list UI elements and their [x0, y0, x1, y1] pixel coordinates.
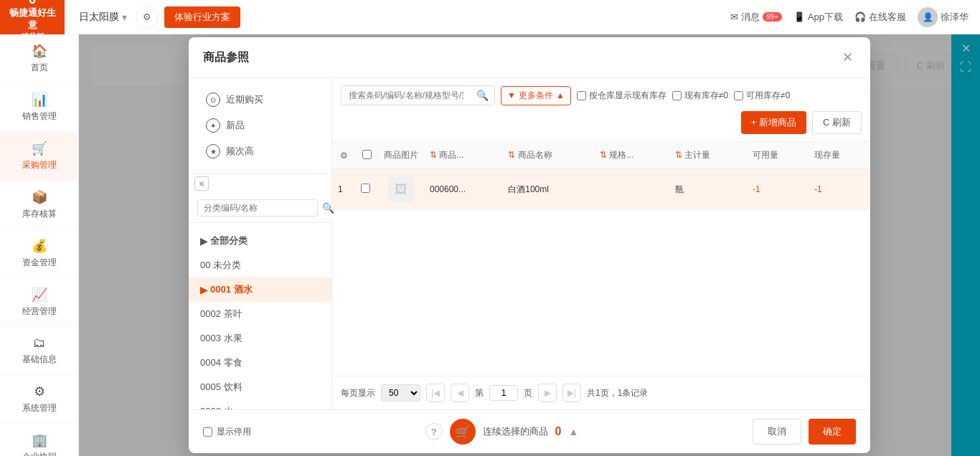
- page-next-button[interactable]: ▶: [538, 384, 557, 402]
- sidebar-item-inventory[interactable]: 📦 库存核算: [0, 181, 78, 229]
- high-freq-icon: ★: [206, 144, 220, 158]
- main-layout: 🏠 首页 📊 销售管理 🛒 采购管理 📦 库存核算 💰 资金管理 📈 经营管理 …: [0, 34, 980, 456]
- store-dropdown[interactable]: 日太阳膜 ▾: [79, 11, 127, 24]
- sidebar-item-basic-info[interactable]: 🗂 基础信息: [0, 327, 78, 375]
- product-table-wrap: ⚙ 商品图片 ⇅ 商品...: [332, 142, 870, 376]
- sidebar-item-system-label: 系统管理: [22, 402, 57, 414]
- show-disabled-checkbox[interactable]: 显示停用: [203, 426, 251, 438]
- message-icon: ✉: [730, 11, 738, 22]
- show-disabled-input[interactable]: [203, 427, 212, 437]
- collapse-panel-button[interactable]: «: [194, 176, 209, 191]
- cat-all-label: 全部分类: [210, 234, 248, 247]
- sidebar-item-home[interactable]: 🏠 首页: [0, 34, 78, 83]
- operations-icon: 📈: [32, 287, 47, 303]
- quick-recent-buy[interactable]: ⊙ 近期购买: [197, 87, 323, 113]
- right-panel: 🔍 ▼ 更多条件 ▲ 按仓库显示现有库存: [332, 78, 870, 409]
- checkbox-available-input[interactable]: [734, 91, 743, 100]
- user-item[interactable]: 👤 徐泽华: [918, 7, 969, 27]
- sidebar-item-finance[interactable]: 💰 资金管理: [0, 229, 78, 278]
- product-dialog: 商品参照 ✕ ⊙ 近期购买: [189, 37, 870, 453]
- sidebar-item-enterprise-label: 企业协同: [22, 451, 57, 456]
- cat-water[interactable]: 0008 水: [189, 399, 331, 409]
- selected-label: 连续选择的商品: [483, 425, 548, 438]
- row-unit: 瓶: [669, 169, 747, 210]
- high-freq-label: 频次高: [226, 145, 254, 158]
- sidebar-item-system[interactable]: ⚙ 系统管理: [0, 375, 78, 424]
- category-search-input[interactable]: [197, 199, 318, 217]
- sidebar-item-home-label: 首页: [31, 62, 48, 74]
- checkbox-warehouse-stock[interactable]: 按仓库显示现有库存: [577, 90, 666, 102]
- row-available: -1: [747, 169, 809, 210]
- sort-name-icon[interactable]: ⇅: [508, 150, 515, 160]
- more-filter-button[interactable]: ▼ 更多条件 ▲: [501, 86, 571, 105]
- row-num: 1: [332, 169, 355, 210]
- page-first-button[interactable]: |◀: [426, 384, 445, 402]
- brand: 畅捷通好生意 精品版: [6, 7, 59, 42]
- footer-collapse-icon[interactable]: ▲: [569, 426, 579, 437]
- purchase-icon: 🛒: [32, 141, 47, 156]
- online-service-item[interactable]: 🎧 在线客服: [854, 11, 906, 24]
- cat-all[interactable]: ▶ 全部分类: [189, 229, 331, 253]
- row-checkbox[interactable]: [361, 184, 370, 193]
- dialog-header: 商品参照 ✕: [189, 37, 870, 78]
- sidebar-item-inventory-label: 库存核算: [22, 208, 57, 220]
- cat-snack[interactable]: 0004 零食: [189, 351, 331, 375]
- footer-right: 取消 确定: [753, 419, 856, 445]
- dialog-close-button[interactable]: ✕: [839, 49, 856, 66]
- filter-collapse-icon: ▲: [556, 90, 565, 100]
- table-row[interactable]: 1 🖼 000600... 白酒100ml 瓶: [332, 169, 870, 210]
- checkbox-warehouse-label: 按仓库显示现有库存: [589, 90, 666, 102]
- search-code-input[interactable]: [341, 87, 471, 104]
- page-prev-button[interactable]: ◀: [451, 384, 469, 402]
- checkbox-current-stock[interactable]: 现有库存≠0: [672, 90, 728, 102]
- per-page-select[interactable]: 50 100 200: [381, 384, 420, 402]
- toolbar: 🔍 ▼ 更多条件 ▲ 按仓库显示现有库存: [332, 78, 870, 142]
- quick-high-freq[interactable]: ★ 频次高: [197, 138, 323, 164]
- sidebar-item-enterprise[interactable]: 🏢 企业协同: [0, 424, 78, 456]
- industry-button[interactable]: 体验行业方案: [164, 6, 240, 28]
- sort-unit-icon[interactable]: ⇅: [675, 150, 682, 160]
- col-image-header: 商品图片: [378, 142, 424, 169]
- sidebar-item-operations[interactable]: 📈 经营管理: [0, 278, 78, 327]
- search-code-field: 🔍: [341, 85, 495, 105]
- page-suffix-label: 页: [524, 387, 532, 399]
- cat-beverage[interactable]: 0005 饮料: [189, 375, 331, 399]
- cat-all-arrow: ▶: [200, 236, 207, 247]
- cat-tea[interactable]: 0002 茶叶: [189, 302, 331, 326]
- sort-spec-icon[interactable]: ⇅: [600, 150, 607, 160]
- new-product-icon: ✦: [206, 118, 220, 133]
- col-spec-header: ⇅ 规格...: [594, 142, 669, 169]
- cat-unclassified[interactable]: 00 未分类: [189, 253, 331, 277]
- refresh-button[interactable]: C 刷新: [812, 111, 862, 134]
- select-all-checkbox[interactable]: [362, 150, 372, 159]
- cancel-button[interactable]: 取消: [753, 419, 801, 445]
- system-icon: ⚙: [34, 384, 45, 399]
- checkbox-available-stock[interactable]: 可用库存≠0: [734, 90, 790, 102]
- help-button[interactable]: ?: [425, 423, 443, 440]
- add-product-button[interactable]: + 新增商品: [741, 111, 806, 134]
- topbar-actions: ⚙ 体验行业方案: [136, 6, 240, 29]
- page-number-input[interactable]: [489, 385, 518, 401]
- messages-item[interactable]: ✉ 消息 99+: [730, 11, 782, 24]
- checkbox-current-input[interactable]: [672, 91, 682, 100]
- checkbox-warehouse-input[interactable]: [577, 91, 586, 100]
- cat-liquor[interactable]: ▶ 0001 酒水: [189, 277, 331, 302]
- headset-icon: 🎧: [854, 11, 866, 22]
- cat-beverage-label: 0005 饮料: [200, 381, 242, 394]
- quick-new-product[interactable]: ✦ 新品: [197, 113, 323, 138]
- search-code-button[interactable]: 🔍: [471, 86, 494, 105]
- cat-fruit[interactable]: 0003 水果: [189, 326, 331, 351]
- row-name: 白酒100ml: [502, 169, 594, 210]
- sidebar-item-sales[interactable]: 📊 销售管理: [0, 83, 78, 132]
- cart-button[interactable]: 🛒: [450, 419, 476, 445]
- dialog-footer: 显示停用 ? 🛒 连续选择的商品 0 ▲ 取消 确定: [189, 409, 870, 453]
- confirm-button[interactable]: 确定: [809, 419, 856, 445]
- sidebar-item-purchase[interactable]: 🛒 采购管理: [0, 132, 78, 181]
- settings-icon[interactable]: ⚙: [136, 6, 159, 29]
- app-download-item[interactable]: 📱 App下载: [793, 11, 843, 24]
- row-stock: -1: [809, 169, 870, 210]
- product-table-body: 1 🖼 000600... 白酒100ml 瓶: [332, 169, 870, 210]
- page-last-button[interactable]: ▶|: [562, 384, 581, 402]
- checkbox-available-label: 可用库存≠0: [746, 90, 790, 102]
- sort-code-icon[interactable]: ⇅: [430, 150, 437, 160]
